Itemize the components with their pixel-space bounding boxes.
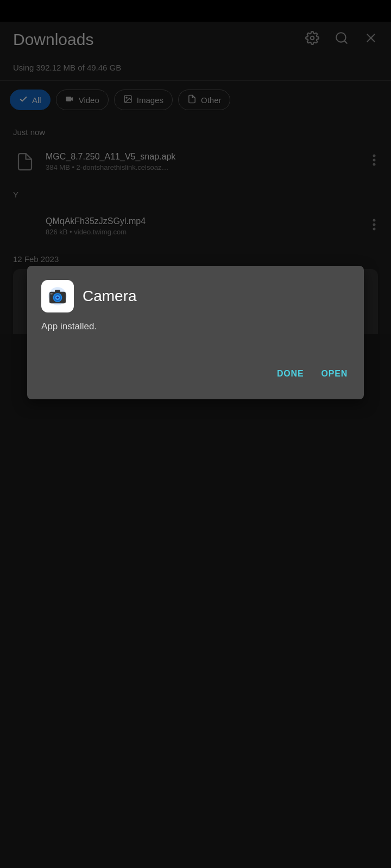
svg-point-18 — [56, 296, 59, 298]
dialog-content: Camera App installed. DONE OPEN — [27, 266, 364, 399]
app-installed-dialog: Camera App installed. DONE OPEN — [27, 266, 364, 399]
dialog-overlay — [0, 0, 391, 868]
svg-rect-19 — [55, 290, 60, 292]
open-button[interactable]: OPEN — [319, 365, 350, 383]
dialog-message: App installed. — [41, 321, 350, 332]
done-button[interactable]: DONE — [275, 365, 306, 383]
dialog-actions: DONE OPEN — [41, 365, 350, 388]
dialog-app-header: Camera — [41, 280, 350, 312]
camera-app-icon-wrapper — [41, 280, 74, 312]
dialog-app-name: Camera — [83, 288, 137, 305]
svg-rect-20 — [51, 293, 53, 295]
